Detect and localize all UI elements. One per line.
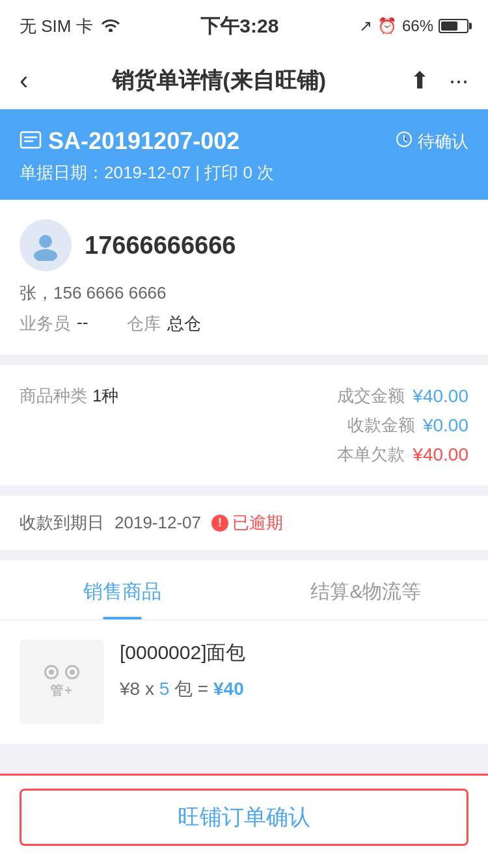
overdue-icon: !: [211, 515, 228, 532]
product-name: [0000002]面包: [120, 640, 468, 666]
overdue-text: 已逾期: [232, 511, 283, 534]
order-header-top: SA-20191207-002 待确认: [20, 128, 468, 155]
product-card: 管+ [0000002]面包 ¥8 x 5 包 = ¥40: [0, 620, 488, 744]
nav-actions: ⬆ ···: [410, 67, 468, 94]
share-icon[interactable]: ⬆: [410, 67, 429, 94]
more-icon[interactable]: ···: [449, 67, 468, 94]
battery-fill: [441, 21, 457, 31]
owl-eyes: [44, 665, 79, 679]
page-title: 销货单详情(来自旺铺): [112, 66, 326, 96]
price-unit: ¥8: [120, 679, 140, 699]
battery-label: 66%: [402, 17, 433, 35]
wifi-icon: [101, 16, 120, 36]
avatar: [20, 219, 72, 271]
warehouse-label: 仓库: [127, 312, 161, 335]
owed-row: 本单欠款 ¥40.00: [337, 443, 468, 466]
due-label: 收款到期日: [20, 511, 104, 534]
confirm-order-button[interactable]: 旺铺订单确认: [20, 789, 468, 846]
received-label: 收款金额: [347, 414, 415, 437]
sales-label: 业务员: [20, 312, 70, 335]
owl-logo: 管+: [44, 665, 79, 699]
status-right: ↗ ⏰ 66%: [359, 17, 468, 35]
sales-value: --: [77, 312, 88, 335]
summary-right: 成交金额 ¥40.00 收款金额 ¥0.00 本单欠款 ¥40.00: [337, 385, 468, 466]
price-qty: 5: [159, 679, 170, 699]
price-total: ¥40: [213, 679, 244, 699]
product-info: [0000002]面包 ¥8 x 5 包 = ¥40: [120, 640, 468, 701]
owed-value: ¥40.00: [413, 444, 468, 465]
multiply-symbol: x: [145, 679, 159, 699]
tab-products[interactable]: 销售商品: [0, 560, 244, 619]
types-row: 商品种类 1种: [20, 385, 118, 407]
order-date: 单据日期：2019-12-07 | 打印 0 次: [20, 161, 468, 184]
svg-rect-0: [21, 132, 40, 148]
customer-meta: 业务员 -- 仓库 总仓: [20, 312, 468, 335]
order-icon: [20, 128, 42, 155]
svg-point-2: [39, 235, 52, 248]
summary-row: 商品种类 1种 成交金额 ¥40.00 收款金额 ¥0.00 本单欠款 ¥40.…: [20, 385, 468, 466]
status-bar: 无 SIM 卡 下午3:28 ↗ ⏰ 66%: [0, 0, 488, 52]
equals-symbol: =: [198, 679, 213, 699]
received-row: 收款金额 ¥0.00: [347, 414, 468, 437]
product-thumbnail: 管+: [20, 640, 104, 724]
battery-icon: [439, 19, 468, 33]
customer-info: 张，156 6666 6666: [20, 282, 468, 305]
back-button[interactable]: ‹: [20, 66, 28, 95]
types-value: 1种: [92, 385, 118, 407]
summary-left: 商品种类 1种: [20, 385, 118, 407]
product-price: ¥8 x 5 包 = ¥40: [120, 677, 468, 701]
svg-point-3: [34, 249, 57, 261]
owl-text: 管+: [50, 682, 74, 699]
warehouse-value: 总仓: [167, 312, 201, 335]
clock-icon: [396, 131, 413, 152]
owed-label: 本单欠款: [337, 443, 405, 466]
due-date: 2019-12-07: [115, 513, 201, 533]
carrier-label: 无 SIM 卡: [20, 15, 93, 38]
order-id: SA-20191207-002: [20, 128, 239, 155]
types-label: 商品种类: [20, 385, 87, 407]
amount-value: ¥40.00: [413, 386, 468, 407]
customer-card: 17666666666 张，156 6666 6666 业务员 -- 仓库 总仓: [0, 200, 488, 355]
owl-eye-right: [65, 665, 79, 679]
order-header: SA-20191207-002 待确认 单据日期：2019-12-07 | 打印…: [0, 109, 488, 200]
amount-row: 成交金额 ¥40.00: [337, 385, 468, 407]
amount-label: 成交金额: [337, 385, 405, 407]
tabs-bar: 销售商品 结算&物流等: [0, 560, 488, 620]
status-left: 无 SIM 卡: [20, 15, 120, 38]
tab-settlement[interactable]: 结算&物流等: [244, 560, 488, 619]
customer-top: 17666666666: [20, 219, 468, 271]
alarm-icon: ⏰: [377, 17, 397, 35]
order-status: 待确认: [396, 130, 468, 153]
due-card: 收款到期日 2019-12-07 ! 已逾期: [0, 496, 488, 550]
confirm-button-wrap: 旺铺订单确认: [0, 774, 488, 868]
status-time: 下午3:28: [200, 13, 278, 40]
received-value: ¥0.00: [423, 415, 468, 436]
sales-meta: 业务员 --: [20, 312, 88, 335]
overdue-badge: ! 已逾期: [211, 511, 283, 534]
customer-phone: 17666666666: [85, 232, 236, 260]
owl-eye-left: [44, 665, 59, 679]
location-icon: ↗: [359, 17, 372, 35]
unit-label: 包: [174, 679, 193, 699]
summary-card: 商品种类 1种 成交金额 ¥40.00 收款金额 ¥0.00 本单欠款 ¥40.…: [0, 365, 488, 485]
warehouse-meta: 仓库 总仓: [127, 312, 201, 335]
nav-bar: ‹ 销货单详情(来自旺铺) ⬆ ···: [0, 52, 488, 109]
